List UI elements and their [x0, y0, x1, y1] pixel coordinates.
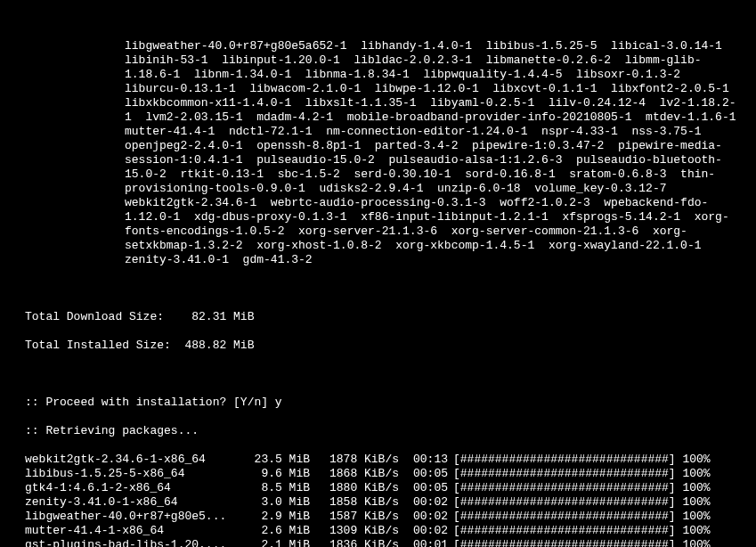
pkg-size: 2.9 MiB — [230, 510, 310, 524]
terminal-output: libgweather-40.0+r87+g80e5a652-1 libhand… — [0, 0, 756, 547]
pkg-time: 00:02 — [399, 510, 448, 524]
pkg-time: 00:01 — [399, 538, 448, 547]
pkg-size: 2.6 MiB — [230, 524, 310, 538]
pkg-speed: 1309 KiB/s — [310, 524, 399, 538]
pkg-speed: 1878 KiB/s — [310, 453, 399, 467]
pkg-name: mutter-41.4-1-x86_64 — [25, 524, 230, 538]
progress-bar: [##############################] 100% — [448, 524, 711, 538]
pkg-size: 23.5 MiB — [230, 453, 310, 467]
pkg-time: 00:05 — [399, 467, 448, 481]
pkg-speed: 1836 KiB/s — [310, 538, 399, 547]
retrieving-line: :: Retrieving packages... — [25, 424, 738, 438]
progress-bar: [##############################] 100% — [448, 453, 711, 467]
download-row: libgweather-40.0+r87+g80e5...2.9 MiB1587… — [25, 510, 738, 524]
progress-bar: [##############################] 100% — [448, 538, 711, 547]
total-installed: Total Installed Size: 488.82 MiB — [25, 339, 738, 353]
blank-line — [25, 367, 738, 381]
progress-bar: [##############################] 100% — [448, 481, 711, 495]
progress-bar: [##############################] 100% — [448, 467, 711, 481]
download-list: webkit2gtk-2.34.6-1-x86_6423.5 MiB1878 K… — [25, 453, 738, 547]
pkg-time: 00:05 — [399, 481, 448, 495]
pkg-name: libgweather-40.0+r87+g80e5... — [25, 510, 230, 524]
total-download: Total Download Size: 82.31 MiB — [25, 310, 738, 324]
progress-bar: [##############################] 100% — [448, 510, 711, 524]
pkg-name: zenity-3.41.0-1-x86_64 — [25, 495, 230, 510]
pkg-name: gtk4-1:4.6.1-2-x86_64 — [25, 481, 230, 495]
download-row: mutter-41.4-1-x86_642.6 MiB1309 KiB/s 00… — [25, 524, 738, 538]
pkg-name: webkit2gtk-2.34.6-1-x86_64 — [25, 453, 230, 467]
pkg-time: 00:02 — [399, 495, 448, 510]
pkg-speed: 1587 KiB/s — [310, 510, 399, 524]
pkg-size: 2.1 MiB — [230, 538, 310, 547]
pkg-size: 3.0 MiB — [230, 495, 310, 510]
pkg-speed: 1880 KiB/s — [310, 481, 399, 495]
pkg-time: 00:13 — [399, 453, 448, 467]
pkg-speed: 1858 KiB/s — [310, 495, 399, 510]
download-row: libibus-1.5.25-5-x86_649.6 MiB1868 KiB/s… — [25, 467, 738, 481]
blank-line — [25, 282, 738, 296]
progress-bar: [##############################] 100% — [448, 495, 711, 510]
pkg-size: 8.5 MiB — [230, 481, 310, 495]
package-list: libgweather-40.0+r87+g80e5a652-1 libhand… — [25, 39, 738, 267]
download-row: gtk4-1:4.6.1-2-x86_648.5 MiB1880 KiB/s 0… — [25, 481, 738, 495]
proceed-prompt[interactable]: :: Proceed with installation? [Y/n] y — [25, 396, 738, 410]
pkg-time: 00:02 — [399, 524, 448, 538]
download-row: zenity-3.41.0-1-x86_643.0 MiB1858 KiB/s … — [25, 495, 738, 510]
pkg-size: 9.6 MiB — [230, 467, 310, 481]
pkg-name: gst-plugins-bad-libs-1.20.... — [25, 538, 230, 547]
download-row: webkit2gtk-2.34.6-1-x86_6423.5 MiB1878 K… — [25, 453, 738, 467]
pkg-speed: 1868 KiB/s — [310, 467, 399, 481]
pkg-name: libibus-1.5.25-5-x86_64 — [25, 467, 230, 481]
download-row: gst-plugins-bad-libs-1.20....2.1 MiB1836… — [25, 538, 738, 547]
